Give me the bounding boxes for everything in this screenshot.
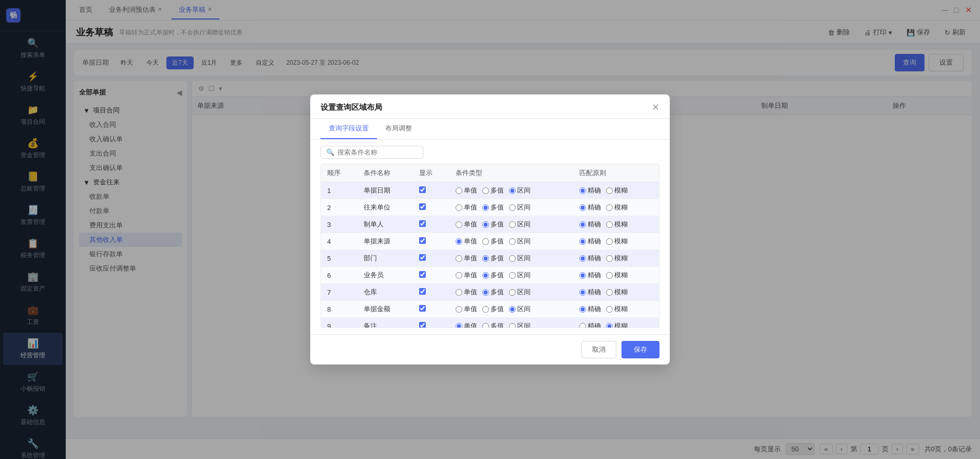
row-match-3[interactable]: 精确模糊 (573, 233, 659, 250)
row-check-5[interactable] (413, 267, 449, 284)
row-check-6[interactable] (413, 284, 449, 301)
row-check-8[interactable] (413, 318, 449, 329)
row-match-8[interactable]: 精确模糊 (573, 318, 659, 329)
row-condtype-3[interactable]: 单值多值区间 (449, 233, 573, 250)
row-order-0: 1 (321, 182, 357, 199)
row-name-8: 备注 (357, 318, 413, 329)
dialog-tab-layout[interactable]: 布局调整 (377, 119, 420, 139)
row-match-5[interactable]: 精确模糊 (573, 267, 659, 284)
dialog-save-button[interactable]: 保存 (621, 341, 659, 358)
row-condtype-2[interactable]: 单值多值区间 (449, 216, 573, 233)
table-row: 7 仓库 单值多值区间 精确模糊 (321, 284, 659, 301)
row-name-6: 仓库 (357, 284, 413, 301)
row-order-8: 9 (321, 318, 357, 329)
row-order-5: 6 (321, 267, 357, 284)
dialog: 设置查询区域布局 ✕ 查询字段设置布局调整 🔍 顺序条件名称显示条件类型匹配原则… (310, 94, 670, 365)
row-name-5: 业务员 (357, 267, 413, 284)
config-header-匹配原则: 匹配原则 (573, 164, 659, 182)
row-name-1: 往来单位 (357, 199, 413, 216)
row-order-4: 5 (321, 250, 357, 267)
dialog-header: 设置查询区域布局 ✕ (310, 94, 670, 119)
config-table-scroll: 顺序条件名称显示条件类型匹配原则 1 单据日期 单值多值区间 精确模糊 2 往来… (321, 164, 659, 328)
row-order-2: 3 (321, 216, 357, 233)
row-check-7[interactable] (413, 301, 449, 318)
dialog-body: 🔍 顺序条件名称显示条件类型匹配原则 1 单据日期 单值多值区间 精确模糊 (310, 140, 670, 334)
row-check-0[interactable] (413, 182, 449, 199)
row-match-0[interactable]: 精确模糊 (573, 182, 659, 199)
row-match-2[interactable]: 精确模糊 (573, 216, 659, 233)
row-condtype-6[interactable]: 单值多值区间 (449, 284, 573, 301)
search-input[interactable] (337, 148, 414, 156)
row-condtype-4[interactable]: 单值多值区间 (449, 250, 573, 267)
row-condtype-0[interactable]: 单值多值区间 (449, 182, 573, 199)
config-table: 顺序条件名称显示条件类型匹配原则 1 单据日期 单值多值区间 精确模糊 2 往来… (321, 164, 659, 328)
config-header-显示: 显示 (413, 164, 449, 182)
dialog-title: 设置查询区域布局 (321, 103, 382, 112)
config-header-条件名称: 条件名称 (357, 164, 413, 182)
dialog-tabs: 查询字段设置布局调整 (310, 119, 670, 140)
row-order-6: 7 (321, 284, 357, 301)
row-condtype-1[interactable]: 单值多值区间 (449, 199, 573, 216)
row-condtype-5[interactable]: 单值多值区间 (449, 267, 573, 284)
row-match-1[interactable]: 精确模糊 (573, 199, 659, 216)
search-box: 🔍 (321, 146, 423, 159)
row-match-7[interactable]: 精确模糊 (573, 301, 659, 318)
table-row: 2 往来单位 单值多值区间 精确模糊 (321, 199, 659, 216)
cancel-button[interactable]: 取消 (581, 341, 616, 358)
dialog-tab-fields[interactable]: 查询字段设置 (321, 119, 377, 139)
row-name-0: 单据日期 (357, 182, 413, 199)
table-row: 3 制单人 单值多值区间 精确模糊 (321, 216, 659, 233)
config-header-顺序: 顺序 (321, 164, 357, 182)
row-condtype-8[interactable]: 单值多值区间 (449, 318, 573, 329)
row-name-2: 制单人 (357, 216, 413, 233)
row-name-4: 部门 (357, 250, 413, 267)
row-order-3: 4 (321, 233, 357, 250)
table-row: 9 备注 单值多值区间 精确模糊 (321, 318, 659, 329)
row-name-7: 单据金额 (357, 301, 413, 318)
row-match-4[interactable]: 精确模糊 (573, 250, 659, 267)
dialog-footer: 取消 保存 (310, 334, 670, 365)
config-header-条件类型: 条件类型 (449, 164, 573, 182)
table-row: 1 单据日期 单值多值区间 精确模糊 (321, 182, 659, 199)
row-name-3: 单据来源 (357, 233, 413, 250)
row-condtype-7[interactable]: 单值多值区间 (449, 301, 573, 318)
row-order-7: 8 (321, 301, 357, 318)
row-check-3[interactable] (413, 233, 449, 250)
row-match-6[interactable]: 精确模糊 (573, 284, 659, 301)
dialog-overlay: 设置查询区域布局 ✕ 查询字段设置布局调整 🔍 顺序条件名称显示条件类型匹配原则… (0, 0, 980, 459)
table-row: 5 部门 单值多值区间 精确模糊 (321, 250, 659, 267)
row-check-2[interactable] (413, 216, 449, 233)
row-check-1[interactable] (413, 199, 449, 216)
search-icon: 🔍 (326, 148, 334, 156)
table-row: 6 业务员 单值多值区间 精确模糊 (321, 267, 659, 284)
dialog-close-button[interactable]: ✕ (652, 102, 659, 113)
row-check-4[interactable] (413, 250, 449, 267)
table-row: 4 单据来源 单值多值区间 精确模糊 (321, 233, 659, 250)
table-row: 8 单据金额 单值多值区间 精确模糊 (321, 301, 659, 318)
row-order-1: 2 (321, 199, 357, 216)
